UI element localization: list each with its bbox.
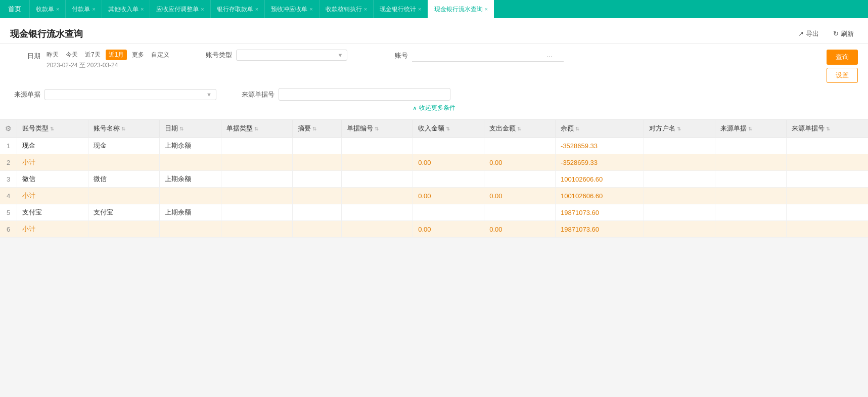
sort-icon: ⇅ (575, 126, 579, 131)
cell-doc-no (342, 154, 413, 171)
close-icon[interactable]: × (141, 6, 144, 12)
cell-income (413, 204, 484, 221)
data-table: ⚙ 账号类型 ⇅ 账号名称 ⇅ 日期 (0, 120, 868, 238)
table-header-row: ⚙ 账号类型 ⇅ 账号名称 ⇅ 日期 (0, 120, 868, 138)
nav-tab-7[interactable]: 现金银行统计 × (373, 0, 427, 18)
close-icon[interactable]: × (201, 6, 204, 12)
account-type-select[interactable]: ▼ (236, 50, 347, 61)
collapse-bar[interactable]: ∧ 收起更多条件 (10, 101, 858, 113)
sort-icon: ⇅ (446, 126, 450, 131)
close-icon[interactable]: × (485, 6, 488, 12)
cell-source-doc (715, 138, 786, 154)
close-icon[interactable]: × (418, 6, 421, 12)
date-1month-btn[interactable]: 近1月 (106, 50, 127, 60)
export-icon: ↗ (798, 30, 804, 37)
th-doc-type: 单据类型 ⇅ (221, 120, 293, 138)
cell-balance: 100102606.60 (556, 171, 644, 188)
cell-expense (484, 138, 556, 154)
settings-button[interactable]: 设置 (827, 68, 858, 83)
cell-account-name (88, 221, 159, 238)
table-row: 1现金现金上期余额-3528659.33 (0, 138, 868, 154)
nav-tab-3[interactable]: 应收应付调整单 × (150, 0, 210, 18)
cell-account-name: 微信 (88, 171, 159, 188)
nav-tab-8[interactable]: 现金银行流水查询 × (428, 0, 494, 18)
sort-icon: ⇅ (179, 126, 184, 131)
export-button[interactable]: ↗ 导出 (794, 27, 823, 40)
cell-source-doc-no (786, 221, 868, 238)
refresh-button[interactable]: ↻ 刷新 (829, 27, 858, 40)
cell-balance: 100102606.60 (556, 188, 644, 204)
cell-date: 上期余额 (159, 171, 221, 188)
table-row: 6小计0.000.0019871073.60 (0, 221, 868, 238)
th-doc-no: 单据编号 ⇅ (342, 120, 413, 138)
cell-counterparty (644, 171, 715, 188)
date-custom-btn[interactable]: 自定义 (149, 50, 171, 60)
sort-icon: ⇅ (375, 126, 379, 131)
sort-icon: ⇅ (312, 126, 316, 131)
source-doc-label: 来源单据 (10, 90, 40, 99)
filter-area: 日期 昨天 今天 近7天 近1月 更多 自定义 2023-02-24 至 202… (0, 43, 868, 120)
nav-tab-1[interactable]: 付款单 × (65, 0, 101, 18)
chevron-down-icon2: ▼ (206, 92, 212, 98)
close-icon[interactable]: × (255, 6, 258, 12)
th-account-name: 账号名称 ⇅ (88, 120, 159, 138)
nav-home[interactable]: 首页 (0, 0, 29, 18)
source-doc-select[interactable]: ▼ (44, 89, 216, 100)
sort-icon: ⇅ (121, 126, 125, 131)
close-icon[interactable]: × (364, 6, 367, 12)
cell-date (159, 188, 221, 204)
cell-summary (293, 221, 342, 238)
cell-income: 0.00 (413, 154, 484, 171)
table-row: 4小计0.000.00100102606.60 (0, 188, 868, 204)
cell-expense: 0.00 (484, 221, 556, 238)
cell-balance: 19871073.60 (556, 204, 644, 221)
query-button[interactable]: 查询 (827, 50, 858, 65)
cell-account-type: 支付宝 (17, 204, 88, 221)
cell-account-name (88, 154, 159, 171)
sort-icon: ⇅ (826, 126, 830, 131)
nav-tab-5[interactable]: 预收冲应收单 × (264, 0, 318, 18)
nav-tab-2[interactable]: 其他收入单 × (102, 0, 150, 18)
cell-source-doc (715, 221, 786, 238)
close-icon[interactable]: × (56, 6, 59, 12)
cell-source-doc-no (786, 154, 868, 171)
nav-tab-6[interactable]: 收款核销执行 × (319, 0, 373, 18)
cell-summary (293, 204, 342, 221)
date-shortcuts: 昨天 今天 近7天 近1月 更多 自定义 (44, 50, 171, 60)
th-balance: 余额 ⇅ (556, 120, 644, 138)
cell-income (413, 138, 484, 154)
close-icon[interactable]: × (92, 6, 95, 12)
cell-doc-no (342, 221, 413, 238)
cell-date: 上期余额 (159, 204, 221, 221)
sort-icon: ⇅ (677, 126, 681, 131)
source-doc-no-input[interactable] (279, 88, 450, 101)
cell-summary (293, 154, 342, 171)
date-yesterday-btn[interactable]: 昨天 (44, 50, 61, 60)
cell-doc-type (221, 188, 293, 204)
gear-icon[interactable]: ⚙ (5, 124, 12, 133)
chevron-down-icon: ▼ (337, 52, 343, 58)
cell-doc-no (342, 171, 413, 188)
date-more-btn[interactable]: 更多 (130, 50, 146, 60)
top-nav: 首页 收款单 × 付款单 × 其他收入单 × 应收应付调整单 × 银行存取款单 … (0, 0, 868, 18)
date-label: 日期 (10, 52, 40, 61)
cell-source-doc (715, 171, 786, 188)
th-source-doc: 来源单据 ⇅ (715, 120, 786, 138)
date-7days-btn[interactable]: 近7天 (83, 50, 103, 60)
cell-doc-no (342, 204, 413, 221)
close-icon[interactable]: × (309, 6, 312, 12)
cell-income: 0.00 (413, 188, 484, 204)
cell-source-doc-no (786, 171, 868, 188)
cell-summary (293, 188, 342, 204)
nav-tab-0[interactable]: 收款单 × (29, 0, 65, 18)
th-income: 收入金额 ⇅ (413, 120, 484, 138)
cell-account-name: 支付宝 (88, 204, 159, 221)
date-today-btn[interactable]: 今天 (64, 50, 80, 60)
sort-icon: ⇅ (254, 126, 258, 131)
th-gear: ⚙ (0, 120, 17, 138)
account-no-input[interactable] (412, 50, 543, 59)
header-actions: ↗ 导出 ↻ 刷新 (794, 27, 858, 40)
nav-tab-4[interactable]: 银行存取款单 × (210, 0, 264, 18)
cell-doc-no (342, 138, 413, 154)
account-no-dots-btn[interactable]: ... (546, 51, 553, 59)
